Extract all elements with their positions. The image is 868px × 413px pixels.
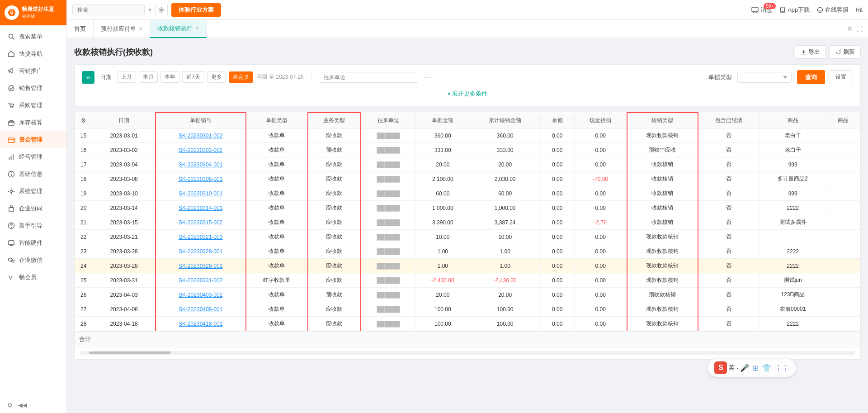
- this-year-btn[interactable]: 本年: [160, 71, 179, 83]
- grid-icon[interactable]: ⊞: [753, 364, 759, 372]
- partner-input[interactable]: [319, 72, 418, 83]
- type-select[interactable]: [737, 72, 792, 83]
- sidebar-item-marketing[interactable]: 营销推广: [0, 62, 66, 80]
- date-cell: 2023-03-28: [93, 244, 156, 259]
- doc-no-cell[interactable]: SK-20230328-001: [156, 244, 246, 259]
- expand-tabs-button[interactable]: ⛶: [856, 25, 863, 33]
- filter-toggle-button[interactable]: »: [82, 71, 94, 84]
- mic-icon[interactable]: 🎤: [740, 364, 749, 372]
- doc-no-cell[interactable]: SK-20230328-002: [156, 259, 246, 273]
- doc-no-cell[interactable]: SK-20230301-002: [156, 128, 246, 143]
- solution-button[interactable]: 体验行业方案: [171, 3, 221, 17]
- doc-no-cell[interactable]: SK-20230308-001: [156, 172, 246, 186]
- doc-type-cell: 收款单: [246, 244, 308, 259]
- settings-icon[interactable]: ⚙: [7, 402, 13, 408]
- grid2-icon[interactable]: ⋮⋮: [775, 364, 789, 372]
- collapse-icon[interactable]: ◀◀: [18, 402, 27, 408]
- doc-no-cell[interactable]: SK-20230321-003: [156, 230, 246, 244]
- last-month-btn[interactable]: 上月: [117, 71, 136, 83]
- last-7days-btn[interactable]: 近7天: [182, 71, 204, 83]
- svg-point-16: [10, 190, 13, 193]
- dot-sep: ·: [736, 365, 738, 371]
- svg-line-3: [13, 38, 14, 40]
- shirt-icon[interactable]: 👕: [762, 364, 771, 372]
- scrollbar-thumb[interactable]: [89, 351, 170, 354]
- doc-no-cell[interactable]: SK-20230302-002: [156, 143, 246, 157]
- doc-no-cell[interactable]: SK-20230403-002: [156, 288, 246, 302]
- service-button[interactable]: 在线客服: [817, 6, 849, 14]
- sidebar-item-search[interactable]: 搜索菜单: [0, 28, 66, 45]
- more-btn[interactable]: 更多: [207, 71, 226, 83]
- refresh-label: 刷新: [843, 48, 855, 56]
- custom-btn[interactable]: 自定义: [229, 71, 253, 83]
- th-product: 商品: [760, 113, 826, 128]
- export-label: 导出: [808, 48, 820, 56]
- balance-cell: 0.00: [540, 273, 574, 288]
- doc-type-cell: 收款单: [246, 215, 308, 230]
- seq-cell: 19: [75, 186, 93, 201]
- app-download-button[interactable]: App下载: [779, 6, 810, 14]
- doc-type-cell: 红字收款单: [246, 273, 308, 288]
- svg-point-9: [13, 141, 14, 142]
- doc-no-cell[interactable]: SK-20230418-001: [156, 317, 246, 331]
- sidebar-item-operation[interactable]: 经营管理: [0, 148, 66, 166]
- horizontal-scrollbar[interactable]: [80, 351, 855, 355]
- sidebar-item-member[interactable]: V 畅会员: [0, 269, 66, 286]
- verified-cell: 1.00: [470, 259, 540, 273]
- service-label: 在线客服: [825, 6, 849, 14]
- gear-button[interactable]: [155, 4, 168, 16]
- cancel-type-cell: 收款核销: [627, 186, 698, 201]
- refresh-button[interactable]: 刷新: [830, 45, 861, 59]
- doc-no-cell[interactable]: SK-20230315-002: [156, 215, 246, 230]
- expand-more-filters[interactable]: ▾ 展开更多条件: [445, 87, 490, 100]
- seq-cell: 23: [75, 244, 93, 259]
- tab-prepay[interactable]: 预付款应付单 ✕: [94, 20, 150, 38]
- sidebar-item-enterprise[interactable]: 企业协同: [0, 200, 66, 217]
- doc-no-cell[interactable]: SK-20230314-001: [156, 201, 246, 215]
- th-cancel-type: 核销类型: [627, 113, 698, 128]
- tab-home[interactable]: 首页: [67, 20, 94, 38]
- th-balance: 余额: [540, 113, 574, 128]
- messages-button[interactable]: 消息 99+: [751, 6, 772, 14]
- doc-no-cell[interactable]: SK-20230310-001: [156, 186, 246, 201]
- biz-type-cell: 应收款: [308, 259, 361, 273]
- date-cell: 2023-03-02: [93, 143, 156, 157]
- export-button[interactable]: 导出: [795, 45, 826, 59]
- product2-cell: [826, 230, 860, 244]
- close-all-tabs-button[interactable]: ✕: [847, 24, 853, 33]
- sidebar-item-inventory[interactable]: 库存核算: [0, 114, 66, 131]
- home-icon: [7, 50, 15, 58]
- sidebar-item-hardware[interactable]: 智能硬件: [0, 234, 66, 252]
- doc-no-cell[interactable]: SK-20230408-001: [156, 302, 246, 317]
- product-cell: [760, 230, 826, 244]
- sidebar-item-wechat[interactable]: 企业微信: [0, 252, 66, 269]
- this-month-btn[interactable]: 本月: [139, 71, 158, 83]
- tab-prepay-close[interactable]: ✕: [139, 26, 142, 31]
- setting-button[interactable]: 设置: [829, 70, 853, 84]
- search-input[interactable]: [72, 5, 145, 15]
- th-doc-type: 单据类型: [246, 113, 308, 128]
- sidebar-item-purchase[interactable]: 采购管理: [0, 97, 66, 114]
- biz-type-cell: 应收款: [308, 244, 361, 259]
- tab-collection-close[interactable]: ✕: [195, 26, 199, 31]
- balance-cell: 0.00: [540, 201, 574, 215]
- more-filters-dots[interactable]: ···: [425, 72, 431, 82]
- balance-cell: 0.00: [540, 302, 574, 317]
- doc-no-cell[interactable]: SK-20230331-002: [156, 273, 246, 288]
- tab-collection[interactable]: 收款核销执行 ✕: [150, 20, 207, 38]
- sidebar-item-guide[interactable]: 新手引导: [0, 217, 66, 234]
- sidebar-item-label: 系统管理: [19, 187, 42, 195]
- sidebar-item-quicknav[interactable]: 快捷导航: [0, 45, 66, 62]
- partner-cell: ██████: [361, 288, 415, 302]
- sidebar-item-finance[interactable]: 资金管理: [0, 131, 66, 148]
- query-button[interactable]: 查询: [797, 70, 825, 84]
- svg-text:V: V: [9, 274, 13, 281]
- sidebar-item-sales[interactable]: 销售管理: [0, 80, 66, 97]
- doc-no-cell[interactable]: SK-20230304-001: [156, 157, 246, 172]
- amount-cell: -2,430.00: [415, 273, 470, 288]
- biz-type-cell: 应收款: [308, 201, 361, 215]
- sidebar-item-system[interactable]: 系统管理: [0, 183, 66, 200]
- discount-cell: -70.00: [574, 172, 627, 186]
- th-gear[interactable]: ⚙: [75, 113, 93, 128]
- sidebar-item-basic[interactable]: 基础信息: [0, 166, 66, 183]
